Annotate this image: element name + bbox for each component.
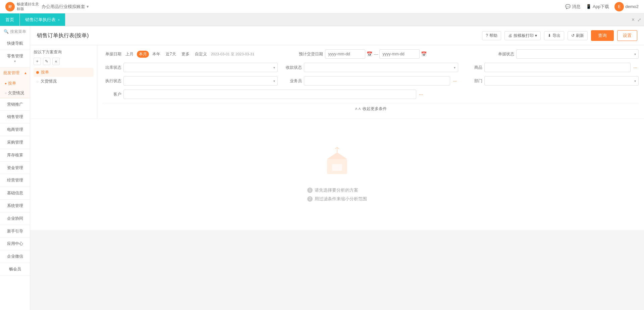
tab-close-icon[interactable]: × — [58, 18, 60, 22]
date-cal-end-icon[interactable]: 📅 — [421, 51, 427, 57]
sidebar-item-ecommerce[interactable]: 电商管理 — [0, 123, 30, 136]
user-action[interactable]: E demo2 — [614, 2, 639, 11]
empty-illustration — [320, 146, 354, 179]
sidebar-sub-order[interactable]: ● 按单 — [0, 79, 30, 88]
date-tab-this-month[interactable]: 本月 — [137, 51, 149, 58]
filter-group-customer: 客户 ··· — [103, 90, 424, 99]
date-tab-custom[interactable]: 自定义 — [193, 51, 209, 58]
main-layout: 🔍 搜索菜单 快捷导航 零售管理 ▾ 批发管理 ▴ ● 按单 ○ 欠货情况 — [0, 26, 644, 310]
expected-date-end[interactable] — [379, 49, 420, 59]
collapse-bar[interactable]: ∧∧ 收起更多条件 — [103, 103, 639, 114]
debt-circle-icon: ○ — [36, 79, 39, 84]
sidebar-item-member[interactable]: 畅会员 — [0, 263, 30, 276]
sidebar-item-retail[interactable]: 零售管理 ▾ — [0, 50, 30, 67]
sidebar: 🔍 搜索菜单 快捷导航 零售管理 ▾ 批发管理 ▴ ● 按单 ○ 欠货情况 — [0, 26, 30, 310]
collapse-scheme-button[interactable]: « — [52, 58, 60, 65]
logo-area: 好 畅捷通好生意 标版 — [5, 2, 39, 11]
sidebar-item-inventory[interactable]: 库存核算 — [0, 149, 30, 162]
payment-select[interactable] — [304, 63, 458, 72]
sidebar-item-quick-nav[interactable]: 快捷导航 — [0, 37, 30, 50]
exec-select-wrap: ▾ — [123, 76, 278, 86]
sidebar-item-system[interactable]: 系统管理 — [0, 200, 30, 212]
date-range-text: 2023-03-01 至 2023-03-31 — [211, 52, 255, 57]
filter-group-salesperson: 业务员 ··· — [283, 76, 458, 86]
content-area: 销售订单执行表(按单) ? 帮助 🖨 按模板打印 ▾ ⬇ 导出 ↺ 刷新 — [30, 26, 644, 310]
date-tab-last-month[interactable]: 上月 — [123, 51, 136, 58]
refresh-icon: ↺ — [571, 33, 575, 38]
dept-select-wrap: ▾ — [484, 76, 639, 86]
query-button[interactable]: 查询 — [591, 30, 614, 41]
filter-group-date: 单据日期 上月 本月 本年 近7天 更多 自定义 2023-03-01 至 20… — [103, 51, 293, 58]
salesperson-input-wrap: ··· — [304, 76, 458, 86]
close-window-icon[interactable]: × — [632, 17, 635, 23]
add-scheme-button[interactable]: + — [34, 58, 41, 65]
filter-group-payment: 收款状态 ▾ — [283, 63, 458, 72]
sidebar-item-finance[interactable]: 资金管理 — [0, 162, 30, 174]
sidebar-item-newbie[interactable]: 新手引导 — [0, 225, 30, 238]
goods-more-icon[interactable]: ··· — [632, 65, 639, 70]
expected-date-label: 预计交货日期 — [299, 51, 323, 57]
scheme-item-debt[interactable]: ○ 欠货情况 — [34, 77, 94, 86]
salesperson-input[interactable] — [304, 76, 450, 86]
scheme-actions: + ✎ « — [34, 58, 94, 65]
goods-input-wrap: ··· — [484, 63, 639, 72]
sidebar-item-purchase[interactable]: 采购管理 — [0, 136, 30, 149]
filter-row-2: 出库状态 ▾ 收款状态 ▾ 商品 — [103, 63, 639, 72]
filter-group-expected-date: 预计交货日期 📅 — 📅 — [299, 49, 490, 59]
filter-conditions: 单据日期 上月 本月 本年 近7天 更多 自定义 2023-03-01 至 20… — [97, 45, 644, 118]
goods-input[interactable] — [484, 63, 631, 72]
exec-select[interactable] — [123, 76, 278, 86]
expand-window-icon[interactable]: ⤢ — [637, 17, 641, 22]
export-icon: ⬇ — [548, 33, 551, 38]
sidebar-item-enterprise[interactable]: 企业协同 — [0, 212, 30, 225]
sidebar-item-marketing[interactable]: 营销推广 — [0, 98, 30, 111]
message-action[interactable]: 💬 消息 — [565, 4, 581, 10]
date-label: 单据日期 — [103, 51, 121, 57]
status-select[interactable] — [516, 49, 639, 59]
date-tab-last7[interactable]: 近7天 — [164, 51, 178, 58]
salesperson-more-icon[interactable]: ··· — [451, 78, 458, 84]
print-icon: 🖨 — [508, 33, 512, 38]
sidebar-item-basic[interactable]: 基础信息 — [0, 187, 30, 200]
svg-rect-2 — [332, 164, 342, 171]
sidebar-group-wholesale: 批发管理 ▴ ● 按单 ○ 欠货情况 — [0, 67, 30, 98]
export-button[interactable]: ⬇ 导出 — [544, 31, 564, 40]
help-icon: ? — [486, 33, 488, 38]
tab-sales-exec[interactable]: 销售订单执行表 × — [20, 13, 65, 26]
customer-input[interactable] — [123, 90, 416, 99]
scheme-title: 按以下方案查询 — [34, 49, 94, 55]
help-button[interactable]: ? 帮助 — [482, 31, 501, 40]
settings-button[interactable]: 设置 — [617, 30, 637, 41]
tab-bar-actions: × ⤢ — [629, 13, 644, 26]
scheme-item-order[interactable]: 按单 — [34, 68, 94, 77]
refresh-button[interactable]: ↺ 刷新 — [568, 31, 588, 40]
tab-home[interactable]: 首页 — [0, 13, 20, 26]
expected-date-start[interactable] — [325, 49, 365, 59]
edit-scheme-button[interactable]: ✎ — [43, 58, 50, 65]
date-separator: — — [374, 52, 378, 57]
top-header: 好 畅捷通好生意 标版 办公用品行业模拟账套 ▾ 💬 消息 📱 App下载 E … — [0, 0, 644, 13]
date-tab-more[interactable]: 更多 — [179, 51, 192, 58]
dept-label: 部门 — [464, 78, 482, 84]
payment-select-wrap: ▾ — [304, 63, 458, 72]
sidebar-item-apps[interactable]: 应用中心 — [0, 238, 30, 250]
sidebar-search[interactable]: 🔍 搜索菜单 — [0, 26, 30, 37]
sidebar-sub-debt[interactable]: ○ 欠货情况 — [0, 88, 30, 98]
breadcrumb: 办公用品行业模拟账套 ▾ — [42, 4, 89, 10]
breadcrumb-arrow[interactable]: ▾ — [87, 4, 89, 9]
date-cal-start-icon[interactable]: 📅 — [367, 51, 372, 57]
print-button[interactable]: 🖨 按模板打印 ▾ — [504, 31, 541, 40]
sidebar-item-operations[interactable]: 经营管理 — [0, 174, 30, 187]
customer-more-icon[interactable]: ··· — [418, 92, 424, 97]
sidebar-item-wholesale[interactable]: 批发管理 ▴ — [0, 67, 30, 79]
header-left: 好 畅捷通好生意 标版 办公用品行业模拟账套 ▾ — [5, 2, 89, 11]
date-tab-this-year[interactable]: 本年 — [150, 51, 162, 58]
sidebar-item-wechat[interactable]: 企业微信 — [0, 250, 30, 263]
dept-select[interactable] — [484, 76, 639, 86]
sidebar-item-sales[interactable]: 销售管理 — [0, 111, 30, 123]
collapse-arrow-icon: ∧∧ — [355, 106, 361, 111]
app-download-action[interactable]: 📱 App下载 — [586, 4, 609, 10]
filter-group-dept: 部门 ▾ — [464, 76, 639, 86]
filter-row-3: 执行状态 ▾ 业务员 ··· 部门 — [103, 76, 639, 86]
delivery-select[interactable] — [123, 63, 278, 72]
